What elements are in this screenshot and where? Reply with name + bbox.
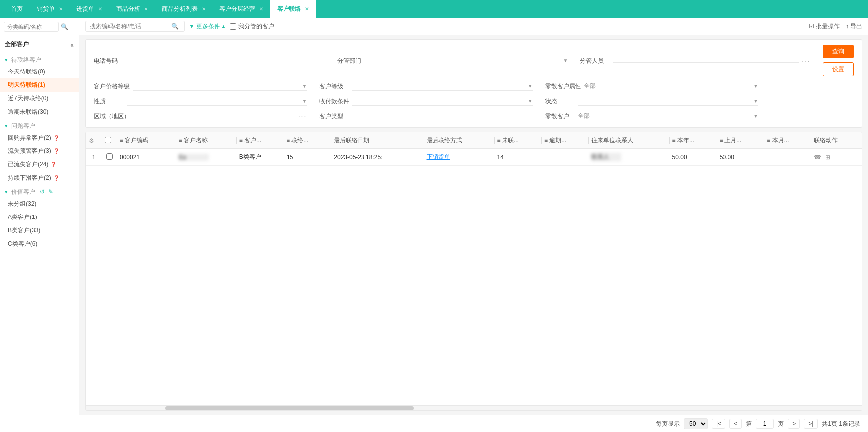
row-checkbox[interactable] [106, 153, 113, 160]
nav-sales-order[interactable]: 销货单 ✕ [30, 0, 70, 18]
filter-gender-select[interactable]: ▼ [127, 97, 307, 106]
next-page-btn[interactable]: > [788, 419, 800, 429]
col-gear: ⚙ [86, 132, 102, 149]
row-code: 000021 [117, 149, 176, 166]
nav-product-analysis[interactable]: 商品分析 ✕ [109, 0, 155, 18]
sidebar-search-icon[interactable]: 🔍 [61, 23, 68, 30]
sidebar-value-section: 价值客户 ↺ ✎ [0, 185, 79, 197]
scroll-bar-thumb[interactable] [165, 406, 414, 410]
filter-status: 状态 ▼ [545, 97, 758, 106]
toolbar-search-input[interactable] [90, 23, 169, 30]
row-last-month: 50.00 [717, 149, 764, 166]
scroll-bar-container [86, 405, 862, 410]
sidebar-item-tomorrow-contact[interactable]: 明天待联络(1) [0, 78, 79, 92]
payment-chevron-icon: ▼ [528, 98, 533, 104]
value-refresh-icon[interactable]: ↺ [40, 188, 45, 195]
my-customers-check[interactable] [230, 23, 236, 30]
nav-close-contact[interactable]: ✕ [305, 6, 309, 12]
query-btn[interactable]: 查询 [823, 45, 854, 58]
sidebar-item-class-b[interactable]: B类客户(33) [0, 224, 79, 237]
help-icon-0[interactable]: ❓ [53, 135, 59, 141]
filter-retail-customer-select[interactable]: 全部 ▼ [578, 110, 758, 122]
sidebar-item-today-contact[interactable]: 今天待联络(0) [0, 65, 79, 78]
bulk-op-btn[interactable]: ☑ 批量操作 [809, 22, 840, 31]
help-icon-2[interactable]: ❓ [50, 162, 56, 167]
row-checkbox-cell [102, 149, 117, 166]
filter-level-select[interactable]: ▼ [352, 82, 532, 91]
filter-customer-type-select[interactable] [352, 115, 532, 118]
value-level-chevron-icon: ▼ [302, 83, 307, 89]
sidebar-all-customers[interactable]: 全部客户 « [0, 36, 79, 53]
sidebar-item-churned[interactable]: 已流失客户(24) ❓ [0, 158, 79, 171]
divider-7 [313, 111, 313, 121]
nav-close-product-analysis[interactable]: ✕ [144, 6, 148, 12]
filter-row-3: 性质 ▼ 收付款条件 ▼ 状态 [94, 96, 854, 106]
table-gear-icon[interactable]: ⚙ [89, 137, 94, 144]
filter-payment-select[interactable]: ▼ [352, 97, 532, 106]
sidebar-item-declining[interactable]: 持续下滑客户(2) ❓ [0, 171, 79, 185]
filter-customer-type: 客户类型 [319, 112, 532, 121]
nav-close-sales-order[interactable]: ✕ [59, 6, 63, 12]
sidebar-item-class-c[interactable]: C类客户(6) [0, 237, 79, 251]
filter-dept-select[interactable]: ▼ [370, 56, 568, 65]
setting-btn[interactable]: 设置 [823, 62, 854, 76]
last-page-btn[interactable]: >| [804, 419, 818, 429]
sidebar-item-7days-contact[interactable]: 近7天待联络(0) [0, 92, 79, 105]
nav-customer-segment[interactable]: 客户分层经营 ✕ [213, 0, 270, 18]
sidebar-item-overdue-contact[interactable]: 逾期未联络(30) [0, 105, 79, 119]
more-conditions-btn[interactable]: ▼ 更多条件 ▲ [189, 22, 226, 31]
row-name: Ea [176, 149, 236, 166]
manager-dots-icon[interactable]: ··· [802, 57, 811, 65]
filter-phone-input[interactable] [127, 56, 325, 66]
filter-status-select[interactable]: ▼ [578, 97, 758, 106]
nav-customer-contact[interactable]: 客户联络 ✕ [270, 0, 316, 18]
nav-home[interactable]: 首页 [4, 0, 30, 18]
row-this-month [764, 149, 811, 166]
sidebar: 🔍 全部客户 « 待联络客户 今天待联络(0) 明天待联络(1) 近7天待联络(… [0, 18, 79, 432]
help-icon-3[interactable]: ❓ [53, 175, 59, 181]
row-action-cell: ☎ ⊞ [811, 149, 862, 166]
sidebar-item-repurchase-abnormal[interactable]: 回购异常客户(2) ❓ [0, 131, 79, 144]
divider-4 [539, 81, 539, 91]
action-icons: ☎ ⊞ [814, 154, 859, 161]
sidebar-item-churn-warning[interactable]: 流失预警客户(3) ❓ [0, 144, 79, 158]
help-icon-1[interactable]: ❓ [53, 148, 59, 154]
value-edit-icon[interactable]: ✎ [48, 188, 53, 195]
filter-region-value [133, 115, 295, 118]
filter-retail-attr: 零散客户属性 全部 ▼ [545, 80, 758, 92]
sidebar-item-class-a[interactable]: A类客户(1) [0, 211, 79, 224]
sidebar-search-input[interactable] [4, 22, 59, 32]
status-chevron-icon: ▼ [753, 98, 758, 104]
first-page-btn[interactable]: |< [712, 419, 725, 429]
nav-close-purchase[interactable]: ✕ [98, 6, 102, 12]
blurred-name: Ea [179, 154, 209, 161]
last-method-link[interactable]: 下销货单 [427, 153, 450, 160]
nav-close-product-list[interactable]: ✕ [202, 6, 206, 12]
page-suffix: 页 [778, 420, 784, 428]
prev-page-btn[interactable]: < [729, 419, 742, 429]
toolbar-search-icon[interactable]: 🔍 [171, 23, 179, 30]
page-input[interactable] [756, 419, 774, 429]
my-customers-checkbox[interactable]: 我分管的客户 [230, 22, 274, 31]
action-contact-icon[interactable]: ☎ [814, 154, 821, 161]
select-all-checkbox[interactable] [105, 137, 111, 143]
action-more-icon[interactable]: ⊞ [825, 154, 830, 161]
table-empty-space [86, 166, 862, 405]
nav-close-segment[interactable]: ✕ [259, 6, 263, 12]
region-dots-icon[interactable]: ··· [298, 112, 307, 120]
sidebar-item-ungrouped[interactable]: 未分组(32) [0, 197, 79, 211]
filter-row-1: 电话号码 分管部门 ▼ 分管人员 ··· [94, 45, 854, 76]
filter-retail-attr-select[interactable]: 全部 ▼ [584, 80, 758, 92]
row-overdue [541, 149, 588, 166]
export-btn[interactable]: ↑ 导出 [846, 22, 862, 31]
filter-value-level-select[interactable]: ▼ [133, 82, 307, 91]
filter-row-4: 区域（地区） ··· 客户类型 零散客户 全部 ▼ [94, 110, 854, 122]
nav-product-analysis-list[interactable]: 商品分析列表 ✕ [155, 0, 213, 18]
col-this-year: ≡ 本年... [669, 132, 717, 149]
filter-phone: 电话号码 [94, 56, 325, 66]
divider-6 [539, 96, 539, 106]
filter-manager-input [613, 59, 799, 63]
gender-chevron-icon: ▼ [302, 98, 307, 104]
per-page-select[interactable]: 50 [684, 418, 708, 429]
nav-purchase-order[interactable]: 进货单 ✕ [70, 0, 109, 18]
